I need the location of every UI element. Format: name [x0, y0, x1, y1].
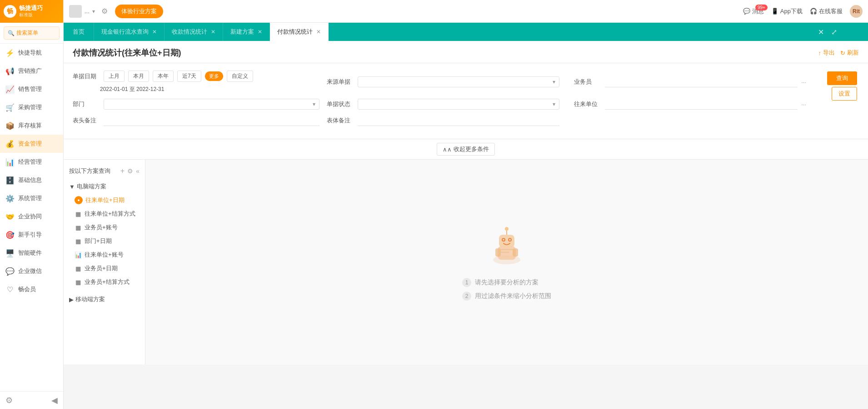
topbar-gear-icon[interactable]: ⚙ [101, 7, 108, 15]
svg-point-10 [505, 227, 509, 231]
body-note-input[interactable] [358, 115, 559, 126]
date-this-year[interactable]: 本年 [153, 71, 174, 82]
marketing-icon: 📢 [5, 66, 15, 76]
topbar: ... ▾ ⚙ 体验行业方案 💬 消息 99+ 📱 App下载 🎧 在线客服 R… [64, 0, 868, 23]
date-range-display: 2022-01-01 至 2022-12-31 [73, 86, 164, 93]
dept-select[interactable]: ▾ [104, 99, 319, 110]
nav-label: 企业微信 [18, 267, 42, 275]
export-button[interactable]: ↑ 导出 [818, 49, 835, 57]
filter-status-cell: 单据状态 ▾ [319, 99, 566, 110]
mobile-group-header[interactable]: ▶ 移动端方案 [64, 293, 145, 306]
logo-sub: 标准版 [19, 12, 43, 18]
enterprise-icon: 🤝 [5, 212, 15, 221]
scheme-item-4[interactable]: 📊 往来单位+账号 [64, 248, 145, 262]
online-service-button[interactable]: 🎧 在线客服 [810, 7, 843, 15]
tab-collection-close[interactable]: ✕ [211, 29, 215, 35]
sidebar-item-basic[interactable]: 🗄️ 基础信息 [0, 171, 63, 189]
scheme-item-2[interactable]: ▦ 业务员+账号 [64, 221, 145, 234]
collapse-sidebar-button[interactable]: ◀ [51, 395, 58, 405]
filter-row-1: 单据日期 上月 本月 本年 近7天 更多 自定义 2022-01-01 至 20… [73, 71, 859, 131]
sidebar-item-quick-nav[interactable]: ⚡ 快捷导航 [0, 44, 63, 62]
status-arrow-icon: ▾ [553, 101, 555, 107]
mobile-schemes-group: ▶ 移动端方案 [64, 293, 145, 306]
close-window-button[interactable]: ✕ [814, 28, 828, 36]
date-more[interactable]: 更多 [205, 71, 223, 81]
source-label: 来源单据 [327, 78, 354, 86]
sidebar-search[interactable]: 🔍 搜索菜单 [0, 23, 63, 44]
salesman-input[interactable] [605, 76, 798, 87]
status-select[interactable]: ▾ [358, 99, 559, 110]
filter-dept-cell: 部门 ▾ [73, 99, 319, 110]
date-7days[interactable]: 近7天 [177, 71, 201, 82]
sidebar-item-marketing[interactable]: 📢 营销推广 [0, 62, 63, 80]
sidebar-item-inventory[interactable]: 📦 库存核算 [0, 116, 63, 135]
app-download-button[interactable]: 📱 App下载 [771, 7, 803, 15]
expand-window-button[interactable]: ⤢ [828, 28, 841, 36]
collapse-label: 收起更多条件 [454, 145, 489, 153]
nav-label: 新手引导 [18, 231, 42, 239]
filter-main-rows: 单据日期 上月 本月 本年 近7天 更多 自定义 2022-01-01 至 20… [73, 71, 813, 131]
sidebar-item-guide[interactable]: 🎯 新手引导 [0, 226, 63, 244]
tab-bank-close[interactable]: ✕ [152, 29, 157, 35]
hardware-icon: 🖥️ [5, 248, 15, 258]
sidebar-item-enterprise[interactable]: 🤝 企业协同 [0, 207, 63, 226]
group-expand-icon: ▼ [69, 183, 75, 190]
refresh-button[interactable]: ↻ 刷新 [840, 49, 859, 57]
filter-grid-row2: 部门 ▾ 单据状态 ▾ [73, 99, 813, 110]
refresh-label: 刷新 [847, 49, 859, 57]
sidebar-item-system[interactable]: ⚙️ 系统管理 [0, 189, 63, 207]
company-selector[interactable]: ... ▾ [69, 5, 95, 18]
filter-panel: 单据日期 上月 本月 本年 近7天 更多 自定义 2022-01-01 至 20… [64, 63, 868, 139]
sidebar-item-finance[interactable]: 💰 资金管理 [0, 135, 63, 153]
svg-point-8 [509, 239, 511, 241]
source-select[interactable]: ▾ [358, 76, 559, 87]
scheme-item-0[interactable]: ● 往来单位+日期 [64, 193, 145, 207]
tip-text-1: 请先选择要分析的方案 [475, 278, 539, 287]
collapse-panel-button[interactable]: « [136, 167, 140, 175]
query-button[interactable]: 查询 [827, 71, 857, 85]
scheme-item-5[interactable]: ▦ 业务员+日期 [64, 262, 145, 275]
sidebar-item-sales[interactable]: 📈 销售管理 [0, 80, 63, 98]
logo-text-group: 畅捷通巧 标准版 [19, 5, 43, 18]
sidebar-item-purchase[interactable]: 🛒 采购管理 [0, 98, 63, 116]
tab-payment-close[interactable]: ✕ [316, 29, 321, 35]
tab-new-scheme[interactable]: 新建方案 ✕ [223, 23, 270, 41]
tab-collection[interactable]: 收款情况统计 ✕ [165, 23, 223, 41]
counterpart-more-icon[interactable]: ··· [801, 101, 806, 108]
counterpart-input[interactable] [605, 99, 798, 110]
sidebar-item-vip[interactable]: ♡ 畅会员 [0, 280, 63, 298]
sidebar-item-operation[interactable]: 📊 经营管理 [0, 153, 63, 171]
date-this-month[interactable]: 本月 [128, 71, 149, 82]
header-note-input[interactable] [104, 115, 319, 126]
company-dropdown-icon[interactable]: ▾ [92, 8, 95, 15]
scheme-settings-button[interactable]: ⚙ [127, 167, 133, 175]
salesman-more-icon[interactable]: ··· [801, 79, 806, 86]
body-note-label: 表体备注 [327, 116, 354, 125]
tab-bank[interactable]: 现金银行流水查询 ✕ [94, 23, 165, 41]
scheme-item-6[interactable]: ▦ 业务员+结算方式 [64, 275, 145, 289]
sidebar-item-hardware[interactable]: 🖥️ 智能硬件 [0, 244, 63, 262]
user-avatar[interactable]: Rit [850, 5, 863, 18]
tab-new-scheme-close[interactable]: ✕ [258, 29, 262, 35]
header-note-label: 表头备注 [73, 116, 100, 125]
date-custom[interactable]: 自定义 [227, 71, 253, 82]
trial-button[interactable]: 体验行业方案 [115, 5, 163, 18]
notice-button[interactable]: 💬 消息 99+ [743, 7, 764, 15]
tab-home[interactable]: 首页 [64, 23, 94, 41]
search-menu-button[interactable]: 🔍 搜索菜单 [4, 26, 60, 40]
operation-icon: 📊 [5, 157, 15, 167]
scheme-item-1[interactable]: ▦ 往来单位+结算方式 [64, 207, 145, 221]
collapse-more-button[interactable]: ∧∧ 收起更多条件 [437, 143, 495, 156]
add-scheme-button[interactable]: + [120, 167, 125, 175]
date-last-month[interactable]: 上月 [104, 71, 125, 82]
settings-footer-button[interactable]: ⚙ [5, 395, 13, 405]
robot-svg [484, 223, 529, 269]
pc-group-header[interactable]: ▼ 电脑端方案 [64, 180, 145, 193]
scheme-item-3[interactable]: ▦ 部门+日期 [64, 234, 145, 248]
tab-payment[interactable]: 付款情况统计 ✕ [270, 23, 329, 41]
sidebar-item-wechat[interactable]: 💬 企业微信 [0, 262, 63, 280]
page-header-actions: ↑ 导出 ↻ 刷新 [818, 49, 859, 57]
table-icon-1: ▦ [75, 210, 82, 217]
filter-actions: 查询 设置 [813, 71, 859, 101]
setting-button[interactable]: 设置 [832, 87, 857, 101]
